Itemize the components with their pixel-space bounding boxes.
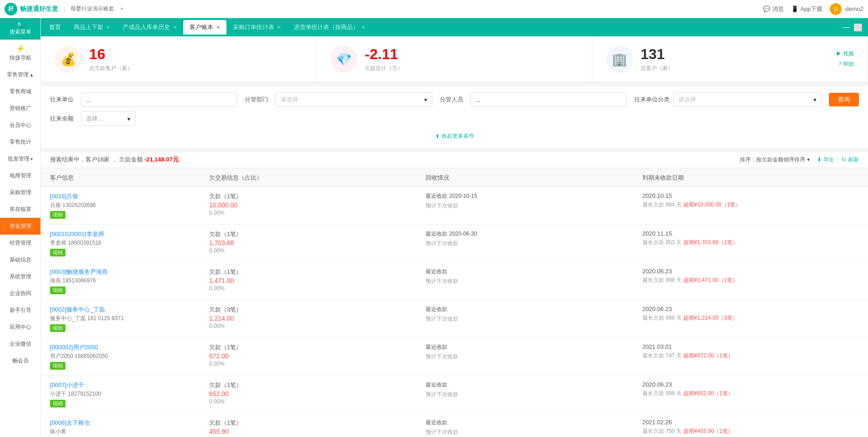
logo-icon: 好 bbox=[5, 3, 17, 15]
col-header-due: 到期未收款日期 bbox=[642, 174, 859, 182]
overdue-link-6[interactable]: 超期¥455.90（1笔） bbox=[683, 428, 733, 434]
customer-tag-1: 现销 bbox=[50, 249, 65, 256]
customer-info-0: [0016]吕俊 吕俊 13026203696 现销 bbox=[50, 192, 209, 219]
sidebar-item-quick-nav[interactable]: ⚡ 快捷导航 bbox=[0, 40, 40, 66]
sidebar-item-member[interactable]: 会员中心 bbox=[0, 117, 40, 134]
tab-close-customer-account[interactable]: ✕ bbox=[216, 25, 220, 30]
customer-info-5: [0007]小进干 小进干 18279152100 现销 bbox=[50, 381, 209, 407]
app-download-btn[interactable]: 📱 App下载 bbox=[791, 5, 823, 13]
sidebar-item-enterprise[interactable]: 企业协同 bbox=[0, 285, 40, 302]
sidebar-item-batch-mgmt[interactable]: 批发管理 ▾ bbox=[0, 151, 40, 167]
overdue-link-5[interactable]: 超期¥652.00（1笔） bbox=[683, 390, 733, 397]
dept-input[interactable]: 请选择 ▾ bbox=[276, 92, 432, 107]
customer-tag-5: 现销 bbox=[50, 400, 65, 407]
sidebar-item-member2[interactable]: 畅会员 bbox=[0, 352, 40, 369]
sidebar-item-base-info[interactable]: 基础信息 bbox=[0, 251, 40, 268]
sidebar-item-retail-mgmt[interactable]: 零售管理 ▲ bbox=[0, 66, 40, 83]
dropdown-arrow-icon[interactable]: ▾ bbox=[120, 6, 123, 12]
customer-name-6[interactable]: [0006]去下粮仓 bbox=[50, 419, 90, 426]
tab-close-product-history[interactable]: ✕ bbox=[173, 25, 177, 30]
help-btn[interactable]: ? 帮助 bbox=[838, 60, 854, 68]
tab-customer-account[interactable]: 客户账本 ✕ bbox=[183, 20, 226, 35]
tab-home[interactable]: 首页 bbox=[43, 20, 67, 35]
due-date-3: 2020.06.23 bbox=[642, 306, 859, 312]
due-overdue-6: 最长欠款 750 天 超期¥455.90（1笔） bbox=[642, 427, 859, 435]
sidebar-item-retail-store[interactable]: 零售商城 bbox=[0, 83, 40, 100]
tab-close-purchase-stats[interactable]: ✕ bbox=[277, 25, 281, 30]
filter-balance: 往来余额 选择... ▾ bbox=[50, 111, 196, 126]
sidebar-item-apps[interactable]: 应用中心 bbox=[0, 319, 40, 336]
tab-purchase-stats[interactable]: 采购订单统计表 ✕ bbox=[226, 20, 287, 35]
due-overdue-0: 最长欠款 884 天 超期¥10,000.00（1笔） bbox=[642, 201, 859, 209]
balance-select[interactable]: 选择... ▾ bbox=[81, 111, 135, 126]
sidebar-item-purchase[interactable]: 采购管理 bbox=[0, 184, 40, 201]
due-info-5: 2020.06.23 最长欠款 998 天 超期¥652.00（1笔） bbox=[642, 381, 859, 397]
sidebar-item-finance[interactable]: 资金管理 bbox=[0, 218, 40, 235]
recv-next-6: 预计下次收款 bbox=[426, 428, 642, 436]
recv-info-0: 最近收款 2020-10-15 预计下次收款 bbox=[426, 192, 642, 210]
export-button[interactable]: ⬇ 导出 bbox=[817, 156, 834, 164]
tab-close-incoming-stats[interactable]: ✕ bbox=[361, 25, 366, 30]
person-input[interactable]: ... bbox=[471, 92, 627, 107]
dept-dropdown-icon: ▾ bbox=[424, 96, 427, 103]
recv-info-1: 最近收款 2020-06-30 预计下次收款 bbox=[426, 230, 642, 247]
stat-value-amount: -2.11 bbox=[365, 46, 403, 63]
debt-info-2: 欠款（1笔） 1,471.00 0.00% bbox=[209, 268, 426, 291]
sidebar-search[interactable]: 🔍 搜索菜单 bbox=[0, 18, 40, 40]
customer-name-4[interactable]: [000002]用户2050 bbox=[50, 344, 98, 351]
stat-icon-customers: 💰 bbox=[55, 45, 82, 73]
refresh-button[interactable]: ↻ 刷新 bbox=[842, 156, 859, 164]
collapse-button[interactable]: ⬆ 收起更多条件 bbox=[50, 131, 859, 142]
overdue-link-3[interactable]: 超期¥1,214.00（3笔） bbox=[683, 315, 738, 321]
message-btn[interactable]: 💬 消息 bbox=[763, 5, 784, 13]
sort-icon: ▾ bbox=[807, 156, 810, 163]
recv-label-1: 最近收款 bbox=[426, 231, 447, 237]
tab-minimize-icon[interactable]: — bbox=[843, 23, 850, 31]
sidebar-item-wechat[interactable]: 企业微信 bbox=[0, 336, 40, 352]
sidebar-item-system[interactable]: 系统管理 bbox=[0, 268, 40, 285]
query-button[interactable]: 查询 bbox=[829, 93, 859, 106]
user-avatar[interactable]: D demo2 bbox=[830, 3, 863, 15]
stat-icon-total: 🏢 bbox=[606, 45, 633, 73]
customer-contact-4: 用户2050 18665062050 bbox=[50, 352, 209, 360]
sidebar-item-ecommerce[interactable]: 电商管理 bbox=[0, 167, 40, 184]
sidebar-item-inventory[interactable]: 库存核算 bbox=[0, 201, 40, 218]
debt-amount-1: 1,703.68 bbox=[209, 239, 426, 246]
customer-name-1[interactable]: [0001020001]李老师 bbox=[50, 231, 104, 237]
recv-info-4: 最近收款 预计下次收款 bbox=[426, 343, 642, 361]
app-subtitle: 母婴行业演示账套 bbox=[70, 5, 114, 13]
filter-unit-category: 往来单位分类 请选择 ▾ bbox=[634, 92, 822, 107]
sidebar-item-retail-stats[interactable]: 零售统计 bbox=[0, 134, 40, 151]
tab-maximize-icon[interactable]: ⬜ bbox=[853, 23, 863, 32]
tab-incoming-stats[interactable]: 进货单统计表（按商品） ✕ bbox=[287, 20, 372, 35]
recv-next-5: 预计下次收款 bbox=[426, 391, 642, 398]
customer-name-2[interactable]: [0003]畅捷服务尹海燕 bbox=[50, 268, 108, 275]
source-unit-input[interactable]: ... bbox=[81, 92, 237, 107]
tab-product-history[interactable]: 产成品入库单历史 ✕ bbox=[116, 20, 183, 35]
filter-row-1: 往来单位 ... 分管部门 请选择 ▾ bbox=[50, 92, 859, 107]
debt-percent-0: 0.00% bbox=[209, 210, 426, 216]
tab-close-product-shelf[interactable]: ✕ bbox=[106, 25, 110, 30]
debt-count-3: 欠款（3笔） bbox=[209, 306, 426, 314]
sort-button[interactable]: 排序：按欠款金额倒序排序 ▾ bbox=[740, 156, 810, 164]
stat-info-total: 131 总客户（家） bbox=[641, 46, 673, 72]
sidebar-item-marketing[interactable]: 营销推广 bbox=[0, 100, 40, 117]
video-btn[interactable]: ▶ 视频 bbox=[836, 50, 854, 58]
customer-name-3[interactable]: [0002]服务中心_丁磊 bbox=[50, 306, 105, 313]
overdue-link-2[interactable]: 超期¥1,471.00（1笔） bbox=[683, 277, 738, 283]
customer-name-5[interactable]: [0007]小进干 bbox=[50, 382, 84, 388]
sidebar-item-guide[interactable]: 新手引导 bbox=[0, 302, 40, 319]
balance-label: 往来余额 bbox=[50, 115, 77, 123]
customer-name-0[interactable]: [0016]吕俊 bbox=[50, 193, 78, 200]
due-date-2: 2020.06.23 bbox=[642, 268, 859, 275]
tab-product-shelf[interactable]: 商品上下架 ✕ bbox=[67, 20, 116, 35]
unit-category-input[interactable]: 请选择 ▾ bbox=[673, 92, 822, 107]
sidebar-item-operations[interactable]: 经营管理 bbox=[0, 235, 40, 251]
overdue-link-4[interactable]: 超期¥672.00（1笔） bbox=[683, 352, 733, 359]
due-overdue-1: 最长欠款 853 天 超期¥1,703.68（1笔） bbox=[642, 239, 859, 246]
overdue-link-1[interactable]: 超期¥1,703.68（1笔） bbox=[683, 239, 738, 246]
table-row: [000002]用户2050 用户2050 18665062050 现销 欠款（… bbox=[41, 338, 868, 376]
debt-info-5: 欠款（1笔） 652.00 0.00% bbox=[209, 381, 426, 405]
overdue-link-0[interactable]: 超期¥10,000.00（1笔） bbox=[683, 201, 741, 208]
debt-percent-3: 0.00% bbox=[209, 323, 426, 329]
